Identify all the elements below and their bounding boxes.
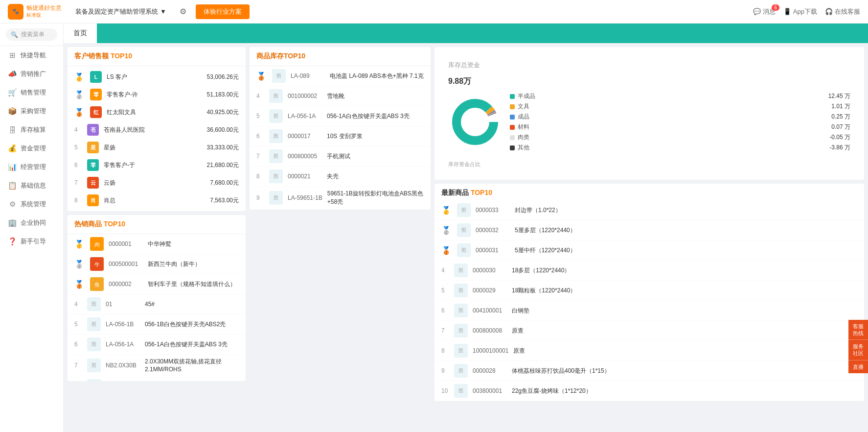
float-live-btn[interactable]: 直播 [848,360,868,373]
legend-item-other: 其他 -3.86 万 [510,144,850,152]
product-code: 0000028 [473,367,507,374]
list-item: 5 星 星扬 33,333.00元 [68,139,246,156]
customer-amount: 7,680.00元 [210,179,239,187]
product-name: 45# [145,301,239,308]
product-name: 智利车子里（规格不知道填什么） [148,280,239,288]
list-item: 8 图 10000100001 原查 [434,341,864,361]
legend-color [510,94,515,99]
trial-button[interactable]: 体验行业方案 [196,4,250,19]
sidebar-item-guide[interactable]: ❓ 新手引导 [0,232,63,251]
product-placeholder: 图 [269,169,283,183]
legend-color [510,125,515,130]
home-icon: ⊞ [8,51,17,60]
customer-amount: 36,600.00元 [207,126,239,134]
inventory-donut-chart [448,95,502,149]
product-name: 体桃荔枝味苏打饮品400毫升（1*15） [512,367,857,375]
medal-icon: 🥈 [74,260,84,269]
product-placeholder: 图 [269,149,283,163]
list-item: 4 图 0000030 18多层（1220*2440） [434,261,864,281]
legend-color [510,135,515,140]
legend-item-stationery: 文具 1.01 万 [510,102,850,111]
product-code: 0000032 [476,227,510,234]
list-item: 7 云 云扬 7,680.00元 [68,174,246,192]
product-placeholder: 图 [269,129,283,143]
header: 🐾 畅捷通好生意 标准版 装备及固定资产辅助管理系统 ▼ ⚙ 体验行业方案 💬 … [0,0,868,24]
customer-name: 零售客户-许 [107,91,202,99]
product-code: 0000033 [476,207,510,214]
avatar: 肖 [87,194,99,206]
search-input-trigger[interactable]: 🔍 搜索菜单 [6,28,57,41]
sidebar-item-purchase[interactable]: 📦 采购管理 [0,102,63,120]
product-code: LA-056-1A [288,113,322,120]
product-code: 003800001 [473,387,507,394]
product-placeholder: 图 [454,384,468,398]
sidebar-item-label: 快捷导航 [21,51,46,60]
app-download-button[interactable]: 📱 App下载 [783,7,817,16]
sidebar-item-inventory[interactable]: 🗄 库存核算 [0,120,63,139]
product-name: 18多层（1220*2440） [512,266,857,275]
system-name: 装备及固定资产辅助管理系统 [75,7,158,16]
product-name: 056-1A白色按键开关盖ABS 3壳 [327,112,424,120]
product-placeholder: 图 [454,284,468,297]
sidebar-item-finance[interactable]: 💰 资金管理 [0,139,63,158]
system-selector[interactable]: 装备及固定资产辅助管理系统 ▼ [71,7,170,16]
product-name: 封边带（1.0*22） [515,206,857,215]
medal-icon: 🥉 [441,246,451,255]
list-item: 🥈 牛 000500001 新西兰牛肉（新牛） [68,254,246,274]
avatar: 星 [87,142,99,153]
list-item: 🥉 图 0000031 5厘中纤（1220*2440） [434,240,864,261]
headset-icon: 🎧 [825,8,833,15]
inventory-label: 库存总资金 [448,61,850,70]
sidebar-item-basic[interactable]: 📋 基础信息 [0,176,63,195]
sidebar-item-sales[interactable]: 🛒 销售管理 [0,83,63,102]
product-placeholder: 图 [269,89,283,103]
svg-text:鱼: 鱼 [94,282,100,288]
sidebar-item-company[interactable]: 🏢 企业协同 [0,214,63,232]
sidebar-item-quick-nav[interactable]: ⊞ 快捷导航 [0,46,63,65]
list-item: 7 图 000800005 手机测试 [250,146,431,167]
sidebar-item-operation[interactable]: 📊 经营管理 [0,158,63,176]
sidebar-search-area[interactable]: 🔍 搜索菜单 [0,24,63,46]
svg-text:牛: 牛 [94,262,100,267]
chart-legend: 半成品 12.45 万 文具 1.01 万 成品 0 [510,92,850,152]
sidebar-item-label: 资金管理 [21,144,46,153]
product-thumbnail: 鱼 [90,277,104,291]
medal-icon: 🥈 [441,226,451,235]
product-code: LA-089 [291,72,325,79]
customer-amount: 51,183.00元 [207,91,239,99]
float-service-btn[interactable]: 客服热线 [848,320,868,340]
list-item: 7 图 000800008 原查 [434,321,864,341]
product-name: 夹壳 [327,172,424,181]
list-item: 🥉 红 红太阳文具 40,925.00元 [68,103,246,121]
tab-home-label: 首页 [73,29,87,38]
message-button[interactable]: 💬 消息 6 [753,7,776,16]
cart-icon: 🛒 [8,88,17,97]
tab-home[interactable]: 首页 [64,24,97,43]
message-badge: 6 [772,4,779,11]
legend-item-finished: 成品 0.25 万 [510,113,850,121]
sidebar-item-marketing[interactable]: 📣 营销推广 [0,65,63,83]
customer-name: 云扬 [104,179,205,187]
chart-icon: 📊 [8,163,17,171]
mid-panel: 商品库存TOP10 🥉 图 LA-089 电池盖 LA-089 ABS本色+黑种… [250,43,431,432]
sidebar-item-label: 销售管理 [21,88,46,97]
legend-color [510,115,515,120]
main-content: 首页 客户销售额 TOP10 🥇 L LS 客户 [64,24,868,432]
list-item: 6 图 0000017 10S 变刮罗浆 [250,126,431,146]
product-placeholder: 图 [457,243,471,257]
hot-products-title: 热销商品 TOP10 [68,215,246,234]
svg-text:肉: 肉 [94,241,100,247]
customer-amount: 40,925.00元 [207,108,239,117]
list-icon: 📋 [8,181,17,190]
list-item: 🥇 肉 0000001 中华神鹫 [68,234,246,254]
float-community-btn[interactable]: 服务社区 [848,339,868,360]
hot-products-list: 🥇 肉 0000001 中华神鹫 🥈 牛 00 [68,234,246,381]
gear-button[interactable]: ⚙ [176,5,190,19]
legend-item-semifinished: 半成品 12.45 万 [510,92,850,100]
sidebar-item-system[interactable]: ⚙ 系统管理 [0,195,63,214]
online-service-button[interactable]: 🎧 在线客服 [825,7,860,16]
company-icon: 🏢 [8,218,17,227]
product-name: 雪地靴 [327,92,424,100]
dashboard: 客户销售额 TOP10 🥇 L LS 客户 53,006.26元 🥈 零 [64,43,868,432]
right-panel: 库存总资金 9.88万 [431,43,868,432]
